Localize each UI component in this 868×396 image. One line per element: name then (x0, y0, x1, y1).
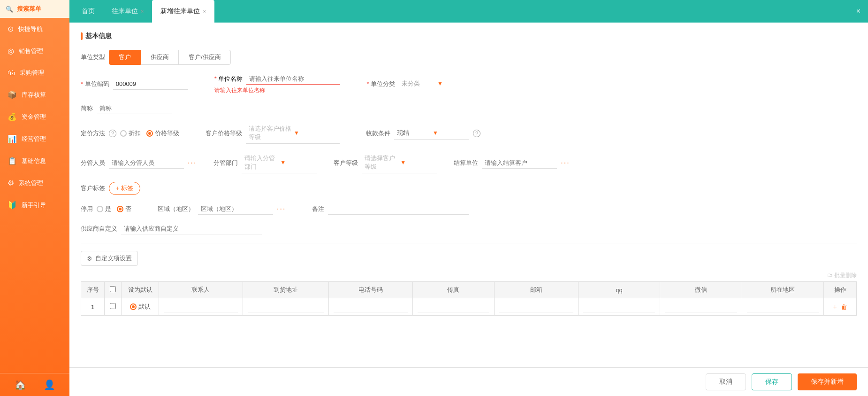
customer-price-level-placeholder: 请选择客户价格等级 (249, 124, 292, 141)
custom-settings-label: 自定义项设置 (95, 254, 132, 263)
row-delete-button[interactable]: 🗑 (841, 303, 847, 311)
row-phone-cell[interactable] (329, 298, 413, 316)
sidebar-item-finance[interactable]: 💰 资金管理 (0, 106, 69, 128)
sidebar-item-operations[interactable]: 📊 经营管理 (0, 128, 69, 150)
sales-icon: ◎ (8, 47, 14, 55)
settlement-unit-field: 结算单位 ··· (454, 157, 570, 169)
unit-category-select[interactable]: 未分类 ▼ (399, 78, 474, 90)
custom-settings-button[interactable]: ⚙ 自定义项设置 (81, 251, 138, 266)
notes-input[interactable] (328, 203, 469, 215)
short-name-input[interactable] (97, 103, 172, 114)
row-email-input[interactable] (499, 301, 573, 312)
sidebar-item-label: 采购管理 (20, 69, 44, 77)
system-icon: ⚙ (8, 179, 14, 187)
unit-btn-customer[interactable]: 客户 (109, 50, 141, 65)
add-tag-button[interactable]: + 标签 (109, 182, 140, 195)
payment-terms-label: 收款条件 (366, 129, 390, 138)
department-select[interactable]: 请输入分管部门 ▼ (242, 152, 317, 173)
sidebar-item-inventory[interactable]: 📦 库存核算 (0, 84, 69, 106)
row-actions-cell: + 🗑 (824, 298, 857, 316)
disabled-yes-radio (97, 206, 103, 212)
row-contact-cell[interactable] (159, 298, 243, 316)
row-checkbox-cell[interactable] (105, 298, 122, 316)
cancel-button[interactable]: 取消 (706, 373, 746, 390)
payment-help-icon[interactable]: ? (473, 130, 480, 137)
batch-delete-button[interactable]: 🗂 批量删除 (81, 272, 857, 280)
department-field: 分管部门 请输入分管部门 ▼ (213, 152, 317, 173)
tab-partners[interactable]: 往来单位 × (103, 0, 152, 23)
row-checkbox[interactable] (110, 303, 116, 309)
row-fax-input[interactable] (418, 301, 489, 312)
payment-terms-value: 现结 (397, 129, 431, 137)
unit-category-field: * 单位分类 未分类 ▼ (366, 78, 474, 90)
customer-price-chevron: ▼ (294, 130, 337, 136)
manager-dots[interactable]: ··· (188, 159, 197, 167)
sidebar-item-purchase[interactable]: 🛍 采购管理 (0, 62, 69, 84)
disabled-yes-option[interactable]: 是 (97, 205, 111, 213)
tab-new-partner[interactable]: 新增往来单位 × (152, 0, 214, 23)
region-input[interactable] (198, 203, 273, 215)
unit-code-input[interactable] (113, 78, 188, 90)
col-checkbox[interactable] (105, 282, 122, 298)
row-fax-cell[interactable] (412, 298, 494, 316)
row-wechat-input[interactable] (665, 301, 737, 312)
close-all-button[interactable]: × (856, 7, 860, 16)
row-default-cell[interactable]: 默认 (122, 298, 159, 316)
customer-level-select[interactable]: 请选择客户等级 ▼ (362, 152, 437, 173)
region-field: 区域（地区） ··· (158, 203, 286, 215)
home-bottom-icon[interactable]: 🏠 (15, 379, 26, 390)
pricing-help-icon[interactable]: ? (109, 130, 116, 137)
customer-price-level-select[interactable]: 请选择客户价格等级 ▼ (246, 123, 340, 144)
batch-delete-label: 批量删除 (834, 272, 857, 279)
row-add-button[interactable]: + (833, 303, 837, 311)
tab-home[interactable]: 首页 (73, 0, 103, 23)
tab-partners-close[interactable]: × (141, 8, 144, 14)
sidebar-item-system[interactable]: ⚙ 系统管理 (0, 172, 69, 194)
sidebar-item-sales[interactable]: ◎ 销售管理 (0, 40, 69, 62)
tab-bar: 首页 往来单位 × 新增往来单位 × × (69, 0, 868, 23)
supplier-custom-input[interactable] (121, 223, 262, 234)
row-region-input[interactable] (747, 301, 819, 312)
payment-terms-select[interactable]: 现结 ▼ (394, 127, 469, 140)
row-contact-input[interactable] (164, 301, 238, 312)
table-header-row: 序号 设为默认 联系人 到货地址 电话号码 传真 邮箱 qq 微信 所在地区 操… (81, 282, 857, 298)
manager-input[interactable] (109, 157, 184, 169)
notes-label: 备注 (312, 205, 324, 213)
row-region-cell[interactable] (742, 298, 823, 316)
unit-category-value: 未分类 (402, 79, 435, 88)
row-email-cell[interactable] (495, 298, 579, 316)
sidebar-item-label: 基础信息 (22, 157, 46, 165)
settlement-dots[interactable]: ··· (561, 159, 570, 167)
row-qq-cell[interactable] (578, 298, 660, 316)
save-new-button[interactable]: 保存并新增 (798, 373, 857, 390)
unit-btn-supplier[interactable]: 供应商 (141, 50, 179, 65)
region-dots[interactable]: ··· (277, 205, 286, 213)
save-button[interactable]: 保存 (752, 373, 792, 390)
sidebar-item-newbie[interactable]: 🔰 新手引导 (0, 194, 69, 216)
code-name-category-row: * 单位编码 * 单位名称 请输入往来单位名称 * 单位分类 未分类 ▼ (81, 73, 857, 94)
row-address-input[interactable] (248, 301, 324, 312)
unit-btn-both[interactable]: 客户/供应商 (179, 50, 231, 65)
sidebar-bottom: 🏠 👤 (0, 373, 69, 396)
sidebar-item-label: 快捷导航 (18, 25, 43, 33)
disabled-no-option[interactable]: 否 (117, 205, 131, 213)
user-bottom-icon[interactable]: 👤 (44, 379, 55, 390)
pricing-discount-option[interactable]: 折扣 (120, 129, 141, 138)
short-name-label: 简称 (81, 104, 93, 113)
settlement-unit-input[interactable] (482, 157, 557, 169)
unit-name-input[interactable] (246, 73, 340, 85)
row-wechat-cell[interactable] (660, 298, 742, 316)
row-phone-input[interactable] (334, 301, 408, 312)
select-all-checkbox[interactable] (110, 286, 116, 292)
purchase-icon: 🛍 (8, 69, 15, 77)
search-menu[interactable]: 🔍 搜索菜单 (0, 0, 69, 18)
short-name-field: 简称 (81, 103, 172, 114)
sidebar-item-quick-nav[interactable]: ⊙ 快捷导航 (0, 18, 69, 40)
row-address-cell[interactable] (243, 298, 328, 316)
sidebar-item-basic-info[interactable]: 📋 基础信息 (0, 150, 69, 172)
tab-new-partner-close[interactable]: × (203, 8, 206, 14)
unit-type-row: 单位类型 客户 供应商 客户/供应商 (81, 50, 857, 65)
pricing-level-option[interactable]: 价格等级 (146, 129, 179, 138)
row-qq-input[interactable] (583, 301, 655, 312)
search-icon: 🔍 (6, 6, 13, 13)
